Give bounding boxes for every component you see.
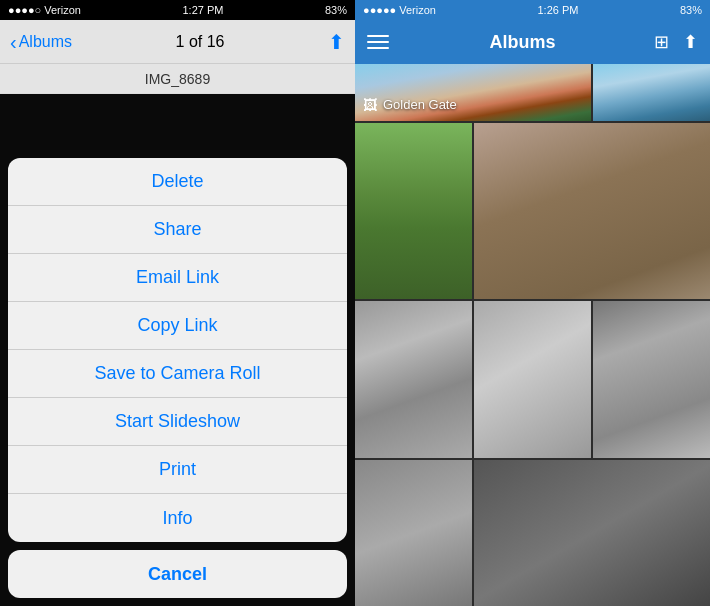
action-sheet-group: Delete Share Email Link Copy Link Save t…	[8, 158, 347, 542]
action-start-slideshow[interactable]: Start Slideshow	[8, 398, 347, 446]
grid-item-tank-2[interactable]	[474, 301, 591, 458]
photo-bottom-right-image	[474, 460, 710, 607]
action-share[interactable]: Share	[8, 206, 347, 254]
photo-bottom-left-image	[355, 460, 472, 607]
action-save-camera-roll[interactable]: Save to Camera Roll	[8, 350, 347, 398]
right-navbar: Albums ⊞ ⬆	[355, 20, 710, 64]
action-delete[interactable]: Delete	[8, 158, 347, 206]
left-panel: ●●●●○ Verizon 1:27 PM 83% ‹ Albums 1 of …	[0, 0, 355, 606]
filename-text: IMG_8689	[145, 71, 210, 87]
nav-actions: ⊞ ⬆	[654, 31, 698, 53]
grid-view-icon[interactable]: ⊞	[654, 31, 669, 53]
back-label: Albums	[19, 33, 72, 51]
menu-line-2	[367, 41, 389, 43]
right-carrier: ●●●●● Verizon	[363, 4, 436, 16]
navbar-title: Albums	[489, 32, 555, 53]
action-print[interactable]: Print	[8, 446, 347, 494]
menu-line-1	[367, 35, 389, 37]
left-carrier: ●●●●○ Verizon	[8, 4, 81, 16]
left-time: 1:27 PM	[182, 4, 223, 16]
album-overlay: 🖼 Golden Gate	[363, 97, 457, 113]
page-indicator: 1 of 16	[176, 33, 225, 51]
share-button[interactable]: ⬆	[328, 30, 345, 54]
grid-item-couple-stairs[interactable]	[474, 123, 710, 300]
photo-starship-image	[593, 301, 710, 458]
action-sheet: Delete Share Email Link Copy Link Save t…	[0, 158, 355, 606]
photo-grid: 🖼 Golden Gate	[355, 64, 710, 606]
photo-tank-mid-image	[474, 301, 591, 458]
action-cancel[interactable]: Cancel	[8, 550, 347, 598]
grid-item-bottom-left[interactable]	[355, 460, 472, 607]
photo-filename: IMG_8689	[0, 64, 355, 94]
grid-item-golden-gate[interactable]: 🖼 Golden Gate	[355, 64, 591, 121]
photo-tank-left-image	[355, 301, 472, 458]
action-info[interactable]: Info	[8, 494, 347, 542]
grid-item-tank-1[interactable]	[355, 301, 472, 458]
photo-city-skyline-image	[593, 64, 710, 121]
action-email-link[interactable]: Email Link	[8, 254, 347, 302]
grid-item-man-sunglasses[interactable]	[355, 123, 472, 300]
right-panel: ●●●●● Verizon 1:26 PM 83% Albums ⊞ ⬆ 🖼 G…	[355, 0, 710, 606]
chevron-left-icon: ‹	[10, 32, 17, 52]
grid-item-city-skyline[interactable]	[593, 64, 710, 121]
album-icon: 🖼	[363, 97, 377, 113]
action-copy-link[interactable]: Copy Link	[8, 302, 347, 350]
left-statusbar: ●●●●○ Verizon 1:27 PM 83%	[0, 0, 355, 20]
left-navbar: ‹ Albums 1 of 16 ⬆	[0, 20, 355, 64]
menu-line-3	[367, 47, 389, 49]
action-sheet-cancel-group: Cancel	[8, 550, 347, 598]
left-battery: 83%	[325, 4, 347, 16]
share-icon[interactable]: ⬆	[683, 31, 698, 53]
action-sheet-overlay: Delete Share Email Link Copy Link Save t…	[0, 94, 355, 606]
photo-couple-image	[474, 123, 710, 300]
grid-item-bottom-right[interactable]	[474, 460, 710, 607]
album-label: Golden Gate	[383, 97, 457, 112]
photo-man-image	[355, 123, 472, 300]
right-time: 1:26 PM	[537, 4, 578, 16]
back-button[interactable]: ‹ Albums	[10, 32, 72, 52]
right-battery: 83%	[680, 4, 702, 16]
hamburger-menu-button[interactable]	[367, 35, 391, 49]
grid-item-starship[interactable]	[593, 301, 710, 458]
right-statusbar: ●●●●● Verizon 1:26 PM 83%	[355, 0, 710, 20]
